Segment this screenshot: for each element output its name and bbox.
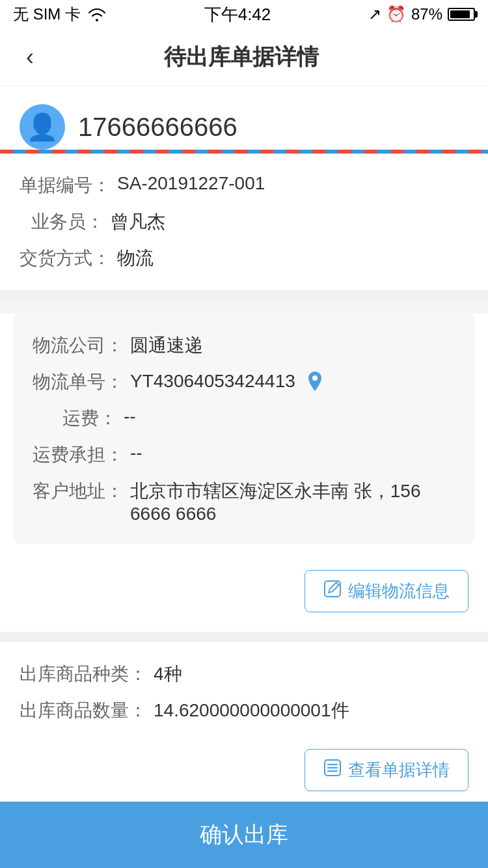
logistics-tracking-value: YT43064053424413 <box>130 370 455 393</box>
logistics-freight-value: -- <box>124 406 455 427</box>
goods-quantity-label: 出库商品数量： <box>20 698 154 723</box>
logistics-freight-bear-label: 运费承担： <box>33 442 130 467</box>
logistics-company-row: 物流公司： 圆通速递 <box>33 333 455 358</box>
salesperson-label: 业务员： <box>20 210 111 234</box>
view-detail-button[interactable]: 查看单据详情 <box>305 749 468 791</box>
page-title: 待出库单据详情 <box>47 42 436 72</box>
map-pin-icon[interactable] <box>303 370 327 393</box>
status-time: 下午4:42 <box>204 3 271 26</box>
status-left: 无 SIM 卡 <box>13 4 107 25</box>
phone-number: 17666666666 <box>78 113 237 142</box>
avatar: 👤 <box>20 104 65 150</box>
goods-type-label: 出库商品种类： <box>20 662 154 686</box>
logistics-address-value: 北京市市辖区海淀区永丰南 张，156 6666 6666 <box>130 479 455 524</box>
wifi-icon <box>87 7 107 21</box>
goods-type-row: 出库商品种类： 4种 <box>20 662 468 686</box>
gray-divider-1 <box>0 290 488 301</box>
status-bar: 无 SIM 卡 下午4:42 ↗ ⏰ 87% <box>0 0 488 29</box>
logistics-address-label: 客户地址： <box>33 479 130 504</box>
battery-icon <box>448 8 475 21</box>
location-icon: ↗ <box>368 5 381 23</box>
back-button[interactable]: ‹ <box>20 37 40 77</box>
goods-type-value: 4种 <box>154 662 468 686</box>
edit-icon <box>323 580 342 603</box>
salesperson-row: 业务员： 曾凡杰 <box>20 210 468 234</box>
edit-logistics-label: 编辑物流信息 <box>348 580 450 603</box>
alarm-icon: ⏰ <box>386 5 406 23</box>
view-detail-wrapper: 查看单据详情 <box>0 742 488 811</box>
goods-section: 出库商品种类： 4种 出库商品数量： 14.620000000000001件 <box>0 642 488 742</box>
logistics-company-value: 圆通速递 <box>130 333 455 358</box>
goods-quantity-row: 出库商品数量： 14.620000000000001件 <box>20 698 468 723</box>
logistics-card: 物流公司： 圆通速递 物流单号： YT43064053424413 运费： --… <box>13 314 475 544</box>
edit-logistics-button[interactable]: 编辑物流信息 <box>305 570 468 612</box>
confirm-outbound-button[interactable]: 确认出库 <box>0 820 488 850</box>
view-detail-label: 查看单据详情 <box>348 759 450 781</box>
goods-quantity-value: 14.620000000000001件 <box>154 698 468 723</box>
delivery-method-value: 物流 <box>117 246 468 271</box>
order-no-label: 单据编号： <box>20 173 117 198</box>
svg-point-0 <box>312 375 318 381</box>
gray-divider-2 <box>0 632 488 642</box>
logistics-freight-bear-row: 运费承担： -- <box>33 442 455 467</box>
salesperson-value: 曾凡杰 <box>111 210 468 234</box>
order-no-row: 单据编号： SA-20191227-001 <box>20 173 468 198</box>
delivery-method-row: 交货方式： 物流 <box>20 246 468 271</box>
battery-percent: 87% <box>411 5 442 23</box>
logistics-freight-label: 运费： <box>33 406 124 431</box>
logistics-address-row: 客户地址： 北京市市辖区海淀区永丰南 张，156 6666 6666 <box>33 479 455 524</box>
edit-btn-wrapper: 编辑物流信息 <box>0 557 488 632</box>
carrier-label: 无 SIM 卡 <box>13 4 81 25</box>
logistics-freight-bear-value: -- <box>130 442 455 463</box>
logistics-tracking-label: 物流单号： <box>33 370 130 394</box>
logistics-section: 物流公司： 圆通速递 物流单号： YT43064053424413 运费： --… <box>0 314 488 632</box>
nav-bar: ‹ 待出库单据详情 <box>0 29 488 86</box>
logistics-company-label: 物流公司： <box>33 333 130 358</box>
confirm-btn-wrapper: 确认出库 <box>0 802 488 868</box>
delivery-method-label: 交货方式： <box>20 246 117 271</box>
logistics-tracking-row: 物流单号： YT43064053424413 <box>33 370 455 394</box>
list-icon <box>323 759 342 781</box>
order-no-value: SA-20191227-001 <box>117 173 468 194</box>
status-right: ↗ ⏰ 87% <box>368 5 475 23</box>
phone-section: 👤 17666666666 <box>0 86 488 150</box>
user-icon: 👤 <box>26 112 59 142</box>
logistics-freight-row: 运费： -- <box>33 406 455 431</box>
order-info-section: 单据编号： SA-20191227-001 业务员： 曾凡杰 交货方式： 物流 <box>0 154 488 290</box>
